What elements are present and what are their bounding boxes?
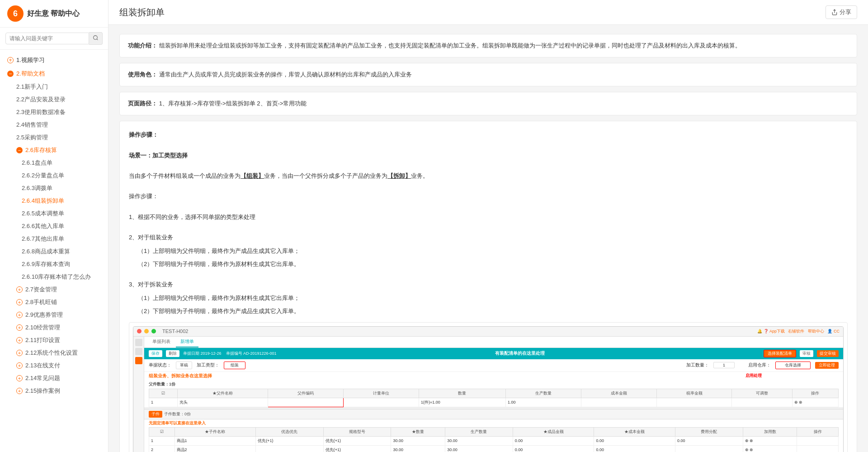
mock-max [151, 329, 156, 333]
sidebar-item-2-6-9[interactable]: 2.6.9库存账本查询 [0, 258, 108, 271]
mock-cth-check: ☑ [149, 427, 175, 436]
logo-area: 6 好生意 帮助中心 [0, 0, 108, 28]
scene1-step2: 2、对于组装业务 [129, 232, 848, 243]
logo-text: 好生意 帮助中心 [27, 9, 80, 19]
toggle-icon-2-13: + [16, 362, 23, 369]
scene1-step3-b: （2）下部明细为子件明细，最终作为产成品生成其它入库单。 [129, 306, 848, 316]
mock-ctd-prod1: 30.00 [445, 436, 513, 445]
scene1-desc: 当由多个子件材料组装成一个成品的业务为【组装】业务，当由一个父件拆分成多个子产品… [129, 171, 848, 181]
mock-type-value[interactable]: 组装 [224, 362, 245, 369]
mock-left-icons [133, 337, 144, 452]
mock-cth-prod: 生产数量 [445, 427, 513, 436]
mock-td-check1: 1 [149, 398, 178, 407]
mock-save-btn[interactable]: 保存 [149, 350, 162, 357]
mock-select-plan-btn[interactable]: 选择装配清单 [764, 350, 796, 357]
sidebar-item-2-6-10[interactable]: 2.6.10库存账本错了怎么办 [0, 271, 108, 283]
mock-submit-btn[interactable]: 提交审核 [817, 350, 839, 357]
mock-form-row1: 单据状态： 草稿 加工类型： 组装 加工数量： 1 启用仓库： 仓库选择 立即处… [144, 359, 843, 372]
sidebar-item-2-6-2[interactable]: 2.6.2分量盘点单 [0, 169, 108, 182]
mock-nav-icon2 [135, 348, 142, 355]
mock-td-pname1: 光头 [178, 398, 268, 407]
sidebar-item-2[interactable]: − 2.帮助文档 [0, 67, 108, 81]
mock-type-label: 加工类型： [197, 362, 219, 368]
sidebar-item-2-10[interactable]: + 2.10经营管理 [0, 321, 108, 334]
mock-tab-new[interactable]: 新增单 [176, 337, 198, 347]
svg-point-0 [94, 36, 98, 40]
share-button[interactable]: 分享 [826, 5, 857, 19]
sidebar-item-2-6-7[interactable]: 2.6.7其他出库单 [0, 233, 108, 245]
mock-cth-alloc: 费用分配 [675, 427, 743, 436]
mock-ctd-name1: 商品1 [175, 436, 256, 445]
sidebar-item-2-6-5[interactable]: 2.6.5成本调整单 [0, 207, 108, 220]
mock-cth-qty: ★数量 [391, 427, 445, 436]
path-text: 1、库存核算->库存管理->组装拆卸单 2、首页->常用功能 [159, 100, 307, 107]
mock-warehouse-select[interactable]: 仓库选择 [775, 362, 811, 369]
scene1-step2-a: （1）上部明细为父件明细，最终作为产成品生成其它入库单； [129, 246, 848, 256]
role-box: 使用角色： 通常由生产人员或库管人员完成折装业务的操作，库管人员确认原材料的出库… [119, 63, 857, 86]
mock-th-cost: 成本金额 [581, 389, 656, 398]
sidebar-item-2-6[interactable]: − 2.6库存核算 [0, 144, 108, 157]
mock-ctd-cost2: 0.00 [594, 445, 675, 452]
sidebar-item-2-6-8[interactable]: 2.6.8商品成本重算 [0, 245, 108, 258]
sidebar-item-2-15[interactable]: + 2.15操作案例 [0, 385, 108, 397]
sidebar-item-2-14[interactable]: + 2.14常见问题 [0, 372, 108, 385]
role-text: 通常由生产人员或库管人员完成折装业务的操作，库管人员确认原材料的出库和产成品的入… [159, 71, 412, 78]
toggle-icon-2-11: + [16, 337, 23, 343]
path-label: 页面路径： [128, 100, 157, 107]
mock-ctd-check2: 2 [149, 445, 175, 452]
mock-content-area: 单据列表 新增单 保存 删除 单据日期 2019-12-26 单据编 [144, 337, 843, 452]
mock-delete-btn[interactable]: 删除 [166, 350, 179, 357]
mock-cth-op: 操作 [797, 427, 839, 436]
sidebar-item-2-6-3[interactable]: 2.6.3调拨单 [0, 182, 108, 195]
scene1-steps-title: 操作步骤： [129, 191, 848, 201]
search-input[interactable] [5, 33, 89, 44]
sidebar-item-2-8[interactable]: + 2.8手机旺铺 [0, 296, 108, 309]
search-button[interactable] [89, 32, 103, 45]
mock-child-row-1: 1 商品1 优先(+1) 优先(+1) 30.00 30.00 0.00 0.0… [149, 436, 839, 445]
sidebar-item-2-6-4[interactable]: 2.6.4组装拆卸单 [0, 195, 108, 207]
sidebar-item-1[interactable]: + 1.视频学习 [0, 53, 108, 67]
mock-tab-list[interactable]: 单据列表 [148, 337, 175, 347]
sidebar-item-2-1[interactable]: 2.1新手入门 [0, 81, 108, 93]
mock-annotation4-row: 无固定清单可以直接在这里录入 [144, 419, 843, 427]
sidebar-item-label-1: 1.视频学习 [16, 56, 45, 64]
share-icon [831, 9, 838, 15]
sidebar-item-2-9[interactable]: + 2.9优惠券管理 [0, 309, 108, 321]
mock-status-value: 草稿 [176, 362, 192, 369]
sidebar-item-2-7[interactable]: + 2.7资金管理 [0, 283, 108, 296]
sidebar-item-2-3[interactable]: 2.3使用前数据准备 [0, 106, 108, 119]
sidebar-item-2-11[interactable]: + 2.11打印设置 [0, 334, 108, 347]
toggle-icon-2-8: + [16, 299, 23, 305]
mock-title-text: TEST-H002 [162, 328, 188, 334]
sidebar-item-2-6-6[interactable]: 2.6.6其他入库单 [0, 220, 108, 233]
sidebar-item-2-2[interactable]: 2.2产品安装及登录 [0, 93, 108, 106]
mock-child-table-container: ☑ ★子件名称 优选优先 规格型号 ★数量 生产数量 ★成品金额 ★成本金额 [144, 427, 843, 452]
mock-cth-cost: ★成本金额 [594, 427, 675, 436]
mock-min [144, 329, 149, 333]
mock-ctd-pcost1: 0.00 [513, 436, 594, 445]
mock-ctd-spec1: 优先(+1) [323, 436, 391, 445]
mock-tab-bar: 单据列表 新增单 [144, 337, 843, 348]
sidebar-item-2-6-1[interactable]: 2.6.1盘点单 [0, 157, 108, 169]
mock-audit-btn[interactable]: 审核 [800, 350, 813, 357]
mock-ctd-qty1: 30.00 [391, 436, 445, 445]
svg-line-1 [97, 39, 98, 40]
mock-ctd-alloc2 [675, 445, 743, 452]
sidebar-item-2-13[interactable]: + 2.13在线支付 [0, 359, 108, 372]
mock-child-qty: 子件数量：0份 [164, 411, 191, 417]
search-area [0, 28, 108, 50]
mock-parent-label: 父件数量：1份 [144, 380, 843, 389]
mock-qty-value[interactable]: 1 [713, 362, 735, 368]
sidebar-item-2-4[interactable]: 2.4销售管理 [0, 119, 108, 131]
mock-annotation-3: 启用处理 [745, 373, 762, 379]
mock-confirm-btn[interactable]: 立即处理 [815, 362, 839, 369]
toggle-icon-1: + [7, 57, 14, 63]
mock-annotation-1-text: 有装配清单的在这里处理 [280, 350, 760, 357]
sidebar: 6 好生意 帮助中心 + 1.视频学习 − 2.帮助文档 2.1新手入门 2.2… [0, 0, 108, 452]
toggle-icon-2-6: − [16, 147, 23, 153]
content-area: 功能介绍： 组装拆卸单用来处理企业组装或拆卸等加工业务，支持有固定装配清单的产品… [108, 25, 868, 452]
mock-th-parent-code: 父件编码 [268, 389, 344, 398]
toggle-icon-2-15: + [16, 388, 23, 394]
sidebar-item-2-5[interactable]: 2.5采购管理 [0, 131, 108, 144]
sidebar-item-2-12[interactable]: + 2.12系统个性化设置 [0, 347, 108, 359]
